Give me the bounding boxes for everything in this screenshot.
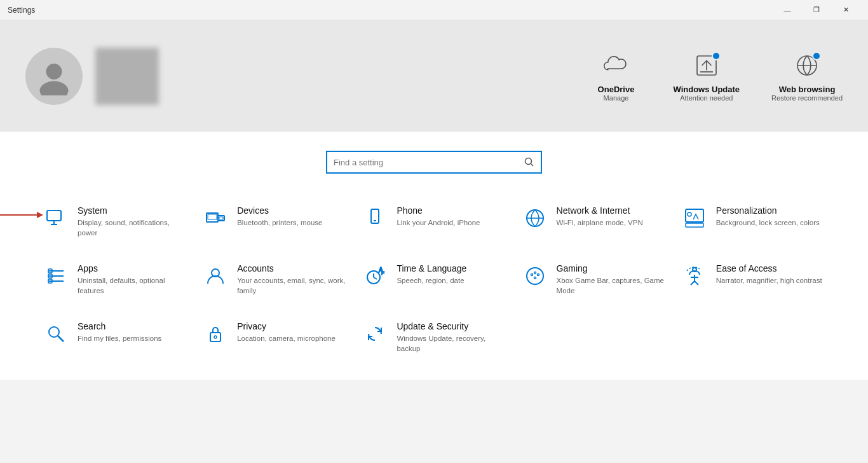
- search-icon: [524, 157, 534, 167]
- time-desc: Speech, region, date: [397, 275, 466, 286]
- svg-point-43: [49, 327, 59, 337]
- system-icon: [43, 205, 69, 231]
- search-settings-icon: [43, 321, 69, 347]
- search-input[interactable]: [327, 158, 518, 167]
- svg-point-1: [40, 81, 69, 95]
- svg-line-42: [695, 281, 698, 285]
- settings-item-ease[interactable]: Ease of Access Narrator, magnifier, high…: [677, 257, 830, 302]
- privacy-title: Privacy: [237, 321, 336, 331]
- svg-rect-12: [208, 214, 217, 219]
- settings-grid: System Display, sound, notifications, po…: [38, 199, 830, 361]
- settings-item-time[interactable]: A F Time & Language Speech, region, date: [357, 257, 510, 302]
- svg-text:F: F: [381, 270, 384, 276]
- network-icon: [522, 205, 548, 231]
- update-title: Update & Security: [397, 321, 505, 331]
- svg-point-33: [527, 268, 543, 284]
- settings-item-phone[interactable]: Phone Link your Android, iPhone: [357, 199, 510, 244]
- user-icon: [35, 57, 73, 95]
- settings-item-system[interactable]: System Display, sound, notifications, po…: [38, 199, 191, 244]
- accounts-title: Accounts: [237, 263, 346, 273]
- network-title: Network & Internet: [557, 205, 643, 216]
- settings-item-update[interactable]: Update & Security Windows Update, recove…: [357, 315, 510, 360]
- ease-desc: Narrator, magnifier, high contrast: [716, 275, 822, 286]
- settings-item-personalization[interactable]: Personalization Background, lock screen,…: [677, 199, 830, 244]
- windows-update-sublabel: Attention needed: [680, 94, 733, 102]
- svg-line-30: [374, 277, 377, 279]
- web-browsing-label: Web browsing: [779, 85, 836, 94]
- search-button[interactable]: [518, 151, 541, 173]
- svg-marker-7: [37, 212, 43, 218]
- svg-point-36: [534, 272, 536, 274]
- settings-item-devices[interactable]: Devices Bluetooth, printers, mouse: [198, 199, 351, 244]
- web-browsing-shortcut[interactable]: Web browsing Restore recommended: [771, 50, 843, 102]
- phone-icon: [362, 205, 388, 231]
- search-box: [326, 151, 542, 174]
- avatar[interactable]: [25, 48, 83, 105]
- maximize-button[interactable]: ❐: [802, 0, 831, 20]
- settings-item-apps[interactable]: Apps Uninstall, defaults, optional featu…: [38, 257, 191, 302]
- search-container: [38, 151, 830, 174]
- main-content: System Display, sound, notifications, po…: [0, 132, 868, 380]
- search-settings-desc: Find my files, permissions: [78, 333, 161, 343]
- privacy-desc: Location, camera, microphone: [237, 333, 336, 343]
- settings-item-privacy[interactable]: Privacy Location, camera, microphone: [198, 315, 351, 360]
- devices-desc: Bluetooth, printers, mouse: [237, 218, 322, 228]
- personalization-icon: [682, 205, 707, 231]
- settings-item-gaming[interactable]: Gaming Xbox Game Bar, captures, Game Mod…: [517, 257, 670, 302]
- svg-point-0: [46, 64, 62, 79]
- apps-title: Apps: [78, 263, 186, 273]
- windows-update-icon: [691, 50, 722, 81]
- system-title: System: [78, 205, 186, 216]
- windows-update-label: Windows Update: [674, 85, 740, 94]
- settings-item-search[interactable]: Search Find my files, permissions: [38, 315, 191, 360]
- personalization-desc: Background, lock screen, colors: [716, 218, 820, 228]
- update-icon: [362, 321, 388, 347]
- arrow-annotation: [0, 205, 44, 225]
- header: OneDrive Manage Windows Update Attention…: [0, 20, 868, 132]
- app-title: Settings: [8, 6, 35, 15]
- minimize-button[interactable]: —: [773, 0, 802, 20]
- system-desc: Display, sound, notifications, power: [78, 218, 186, 238]
- settings-item-network[interactable]: Network & Internet Wi-Fi, airplane mode,…: [517, 199, 670, 244]
- windows-update-shortcut[interactable]: Windows Update Attention needed: [674, 50, 740, 102]
- header-shortcuts: OneDrive Manage Windows Update Attention…: [591, 50, 843, 102]
- devices-title: Devices: [237, 205, 322, 216]
- search-settings-title: Search: [78, 321, 161, 331]
- svg-point-46: [214, 336, 217, 338]
- settings-item-accounts[interactable]: Accounts Your accounts, email, sync, wor…: [198, 257, 351, 302]
- phone-desc: Link your Android, iPhone: [397, 218, 480, 228]
- update-desc: Windows Update, recovery, backup: [397, 333, 505, 354]
- onedrive-sublabel: Manage: [604, 94, 629, 102]
- user-image: [95, 48, 159, 105]
- svg-rect-8: [47, 211, 61, 221]
- svg-point-35: [537, 274, 539, 276]
- web-browsing-sublabel: Restore recommended: [771, 94, 843, 102]
- title-bar: Settings — ❐ ✕: [0, 0, 868, 20]
- apps-desc: Uninstall, defaults, optional features: [78, 275, 186, 296]
- personalization-title: Personalization: [716, 205, 820, 216]
- svg-point-20: [688, 212, 691, 216]
- svg-point-4: [526, 158, 532, 165]
- time-icon: A F: [362, 263, 388, 289]
- onedrive-shortcut[interactable]: OneDrive Manage: [591, 50, 642, 102]
- onedrive-icon: [601, 50, 632, 81]
- network-desc: Wi-Fi, airplane mode, VPN: [557, 218, 643, 228]
- close-button[interactable]: ✕: [831, 0, 860, 20]
- svg-line-44: [58, 336, 64, 342]
- accounts-desc: Your accounts, email, sync, work, family: [237, 275, 346, 296]
- phone-title: Phone: [397, 205, 480, 216]
- ease-icon: [682, 263, 707, 289]
- svg-line-41: [691, 281, 695, 285]
- apps-icon: [43, 263, 69, 289]
- svg-rect-45: [210, 333, 220, 342]
- devices-icon: [203, 205, 228, 231]
- svg-point-37: [534, 277, 536, 279]
- svg-rect-19: [686, 223, 703, 227]
- gaming-icon: [522, 263, 548, 289]
- time-title: Time & Language: [397, 263, 466, 273]
- svg-rect-14: [219, 217, 223, 219]
- window-controls: — ❐ ✕: [773, 0, 860, 20]
- accounts-icon: [203, 263, 228, 289]
- gaming-title: Gaming: [557, 263, 665, 273]
- svg-point-34: [531, 274, 532, 276]
